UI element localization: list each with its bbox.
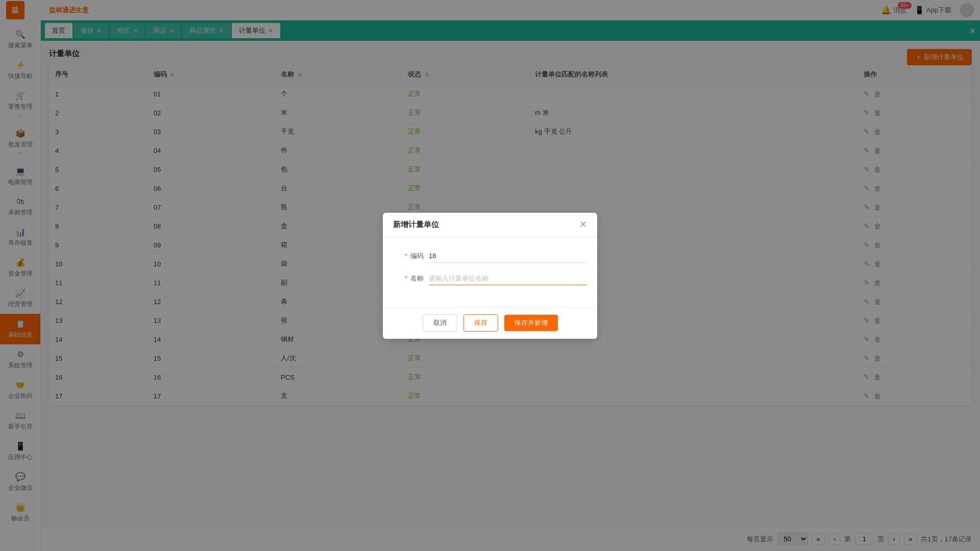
add-unit-modal: 新增计量单位 ✕ * 编码 * 名称 取消 保存 保存并新增: [383, 213, 597, 339]
cancel-button[interactable]: 取消: [423, 314, 457, 332]
code-required-star: *: [405, 252, 407, 260]
code-input[interactable]: [429, 249, 587, 263]
modal-footer: 取消 保存 保存并新增: [383, 307, 597, 339]
modal-overlay: 新增计量单位 ✕ * 编码 * 名称 取消 保存 保存并新增: [0, 0, 980, 551]
code-form-row: * 编码: [393, 249, 587, 263]
name-input[interactable]: [429, 272, 587, 285]
name-form-row: * 名称: [393, 272, 587, 285]
modal-header: 新增计量单位 ✕: [383, 213, 597, 237]
save-button[interactable]: 保存: [463, 314, 498, 332]
modal-close-button[interactable]: ✕: [579, 220, 587, 229]
save-new-button[interactable]: 保存并新增: [504, 315, 558, 331]
modal-title: 新增计量单位: [393, 220, 439, 230]
name-label: * 名称: [393, 274, 424, 283]
modal-body: * 编码 * 名称: [383, 237, 597, 307]
code-label: * 编码: [393, 252, 424, 261]
name-required-star: *: [405, 274, 407, 282]
